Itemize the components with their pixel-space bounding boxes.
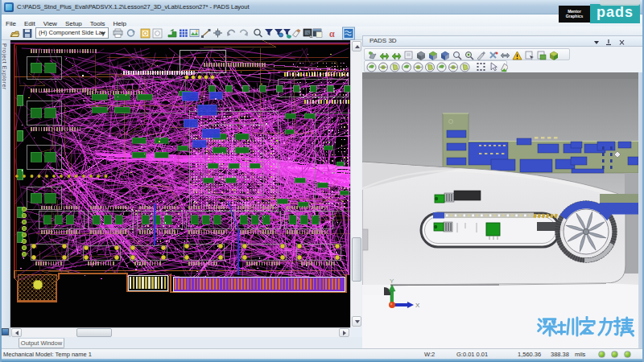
svg-text:X: X <box>415 302 420 309</box>
svg-text:α: α <box>329 28 335 39</box>
svg-text:Y: Y <box>390 278 394 285</box>
